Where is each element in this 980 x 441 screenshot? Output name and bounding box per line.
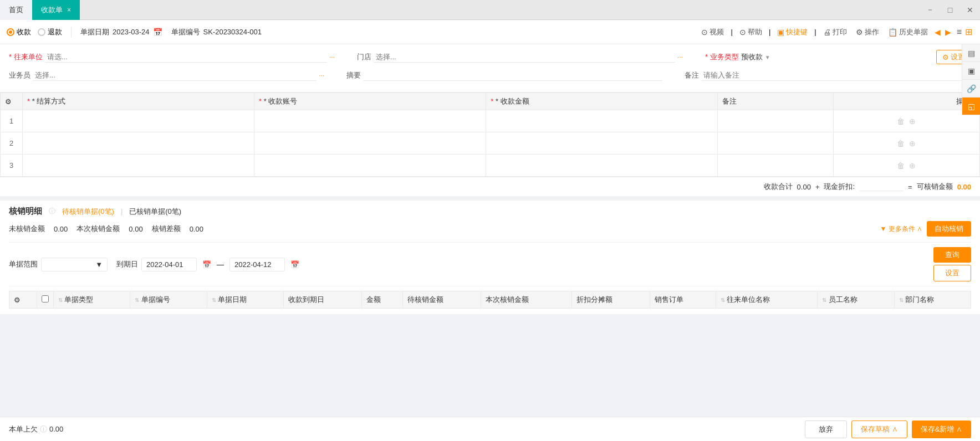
restore-button[interactable]: □: [940, 0, 960, 20]
more-conditions-button[interactable]: ▼ 更多条件 ∧: [880, 224, 922, 234]
query-button[interactable]: 查询: [933, 247, 971, 263]
done-tab[interactable]: 已核销单据(0笔): [129, 207, 181, 217]
settlement-cell-1[interactable]: [23, 110, 254, 132]
remark-cell-3[interactable]: [718, 155, 833, 177]
bt-col-current-header: 本次核销金额: [481, 291, 572, 309]
receipt-label: 收款: [17, 27, 31, 37]
delete-icon-3[interactable]: 🗑: [897, 161, 905, 170]
table-settings-icon[interactable]: ⚙: [5, 98, 12, 106]
remark-field: 备注: [685, 70, 972, 81]
counterpart-input[interactable]: [45, 52, 327, 63]
remark-cell-1[interactable]: [718, 110, 833, 132]
calendar-icon[interactable]: 📅: [153, 28, 162, 37]
tab-home[interactable]: 首页: [0, 0, 32, 20]
col-settings[interactable]: ⚙: [1, 93, 23, 110]
counterpart-more-icon[interactable]: ···: [329, 53, 335, 61]
operation-icon: ⚙: [856, 28, 863, 37]
shortcut-button[interactable]: ▣ 快捷键: [775, 26, 810, 38]
bottom-table: ⚙ ⇅ 单据类型 ⇅ 单据编号 ⇅ 单据日期: [9, 291, 971, 309]
filter-settings-button[interactable]: 设置: [933, 265, 971, 281]
date-value[interactable]: 2023-03-24: [113, 28, 150, 36]
settlement-cell-2[interactable]: [23, 132, 254, 155]
auto-reconcile-button[interactable]: 自动核销: [927, 221, 971, 237]
copy-icon-3[interactable]: ⊕: [909, 161, 916, 170]
sidebar-icon-2[interactable]: ▣: [962, 62, 980, 80]
reconcile-info-icon[interactable]: ⓘ: [49, 207, 55, 216]
account-cell-1[interactable]: [254, 110, 486, 132]
date-to-input[interactable]: [229, 258, 285, 271]
operation-button[interactable]: ⚙ 操作: [854, 26, 881, 38]
sort-icon-staff: ⇅: [822, 297, 826, 303]
total-value: 0.00: [797, 183, 811, 191]
receipt-radio[interactable]: 收款: [7, 27, 31, 37]
amount-cell-3[interactable]: [486, 155, 718, 177]
bt-col-checkbox: [37, 291, 53, 309]
balance-info-icon[interactable]: ⓘ: [40, 424, 47, 434]
settlement-cell-3[interactable]: [23, 155, 254, 177]
sidebar-icon-3[interactable]: 🔗: [962, 80, 980, 98]
copy-icon-1[interactable]: ⊕: [909, 117, 916, 126]
list-view-icon[interactable]: ≡: [956, 26, 963, 38]
delete-icon-2[interactable]: 🗑: [897, 139, 905, 148]
staff-input[interactable]: [33, 70, 317, 81]
refund-radio[interactable]: 退款: [38, 27, 62, 37]
date-label: 单据日期: [80, 27, 109, 37]
print-button[interactable]: 🖨 打印: [821, 26, 849, 38]
discard-button[interactable]: 放弃: [805, 421, 847, 438]
sort-icon-type: ⇅: [58, 297, 63, 303]
bt-col-settings[interactable]: ⚙: [9, 291, 37, 309]
amount-cell-2[interactable]: [486, 132, 718, 155]
date-from-icon[interactable]: 📅: [202, 260, 211, 269]
tab-active[interactable]: 收款单 ×: [32, 0, 80, 20]
biz-type-field: * 业务类型 预收款 ▼: [705, 52, 927, 62]
tab-close-icon[interactable]: ×: [67, 6, 71, 14]
bt-settings-icon[interactable]: ⚙: [14, 296, 21, 304]
store-input[interactable]: [374, 52, 675, 63]
save-draft-button[interactable]: 保存草稿 ∧: [851, 421, 907, 438]
toolbar-right: ⊙ 视频 | ⊙ 帮助 | ▣ 快捷键 | 🖨 打印 ⚙ 操作: [699, 25, 973, 38]
grid-view-icon[interactable]: ⊞: [964, 25, 973, 38]
number-value[interactable]: SK-20230324-001: [203, 28, 262, 36]
bt-col-current-label: 本次核销金额: [486, 295, 529, 304]
discount-input[interactable]: [859, 182, 904, 191]
biz-type-select[interactable]: 预收款 ▼: [741, 52, 770, 62]
history-button[interactable]: 📋 历史单据: [886, 26, 930, 38]
number-label: 单据编号: [171, 27, 200, 37]
amount-cell-1[interactable]: [486, 110, 718, 132]
remark-input[interactable]: [701, 70, 972, 81]
video-button[interactable]: ⊙ 视频: [699, 26, 726, 38]
window-controls: － □ ✕: [920, 0, 980, 20]
next-icon[interactable]: ▶: [945, 28, 951, 37]
bt-col-date-header: ⇅ 单据日期: [207, 291, 283, 309]
pending-tab[interactable]: 待核销单据(0笔): [62, 207, 114, 217]
copy-icon-2[interactable]: ⊕: [909, 139, 916, 148]
save-new-button[interactable]: 保存&新增 ∧: [912, 421, 971, 438]
close-button[interactable]: ✕: [960, 0, 980, 20]
delete-icon-1[interactable]: 🗑: [897, 117, 905, 126]
account-cell-2[interactable]: [254, 132, 486, 155]
summary-input[interactable]: [363, 70, 662, 81]
unchecked-value: 0.00: [54, 225, 68, 233]
remark-cell-2[interactable]: [718, 132, 833, 155]
sidebar-icon-1[interactable]: ▤: [962, 44, 980, 62]
help-icon: ⊙: [739, 28, 746, 37]
minimize-button[interactable]: －: [920, 0, 940, 20]
table-header-row: ⚙ * * 结算方式 * * 收款账号 * * 收款金额 备注: [1, 93, 980, 110]
account-cell-3[interactable]: [254, 155, 486, 177]
store-more-icon[interactable]: ···: [677, 53, 683, 61]
sidebar-icon-4[interactable]: ◱: [962, 98, 980, 115]
prev-icon[interactable]: ◀: [935, 28, 941, 37]
settings-icon: ⚙: [942, 53, 949, 61]
discount-label: 现金折扣:: [824, 182, 855, 192]
date-to-icon[interactable]: 📅: [290, 260, 299, 269]
bt-col-type-label: 单据类型: [64, 295, 93, 304]
select-all-checkbox[interactable]: [42, 295, 49, 302]
help-button[interactable]: ⊙ 帮助: [737, 26, 764, 38]
sort-icon-date: ⇅: [212, 297, 216, 303]
bt-col-number-header: ⇅ 单据编号: [130, 291, 207, 309]
bt-col-counterpart-label: 往来单位名称: [727, 295, 770, 304]
form-row-1: * 往来单位 ··· 门店 ··· * 业务类型 预收款 ▼ ⚙: [9, 50, 971, 64]
date-from-input[interactable]: [141, 258, 197, 271]
staff-more-icon[interactable]: ···: [319, 71, 324, 79]
range-select[interactable]: ▼: [41, 258, 108, 271]
